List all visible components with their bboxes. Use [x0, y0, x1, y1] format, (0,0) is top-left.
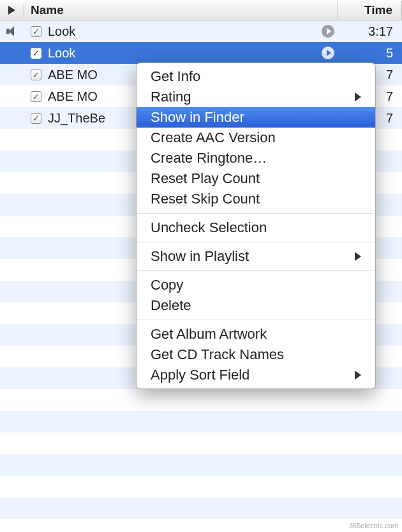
column-header-name[interactable]: Name: [24, 1, 338, 20]
cell-play: [0, 26, 24, 36]
cell-name: ✓Look: [24, 24, 338, 39]
menu-item[interactable]: Delete: [137, 295, 375, 316]
menu-item-label: Show in Playlist: [151, 248, 249, 265]
menu-item-label: Get Info: [151, 68, 200, 85]
menu-item-label: Uncheck Selection: [151, 219, 267, 236]
table-row: [0, 389, 402, 411]
menu-item-label: Reset Play Count: [151, 170, 260, 187]
menu-item[interactable]: Show in Playlist: [137, 246, 375, 267]
menu-item[interactable]: Rating: [137, 87, 375, 107]
menu-item-label: Reset Skip Count: [151, 191, 260, 207]
table-row[interactable]: ✓Look3:17: [0, 20, 402, 42]
menu-item-label: Show in Finder: [151, 109, 244, 126]
track-checkbox[interactable]: ✓: [31, 91, 41, 102]
menu-item[interactable]: Uncheck Selection: [137, 218, 375, 238]
menu-item[interactable]: Show in Finder: [137, 107, 375, 128]
track-name-label: JJ_TheBe: [48, 111, 105, 126]
cell-name: ✓Look: [24, 46, 338, 61]
menu-item[interactable]: Create Ringtone…: [137, 148, 375, 168]
menu-item-label: Get Album Artwork: [151, 326, 267, 343]
table-row: [0, 454, 402, 476]
arrow-circle-icon[interactable]: [322, 25, 334, 38]
menu-item[interactable]: Reset Play Count: [137, 168, 375, 189]
cell-time: 5: [338, 46, 402, 61]
table-row: [0, 498, 402, 519]
menu-separator: [137, 270, 375, 271]
chevron-right-icon: [355, 371, 361, 380]
menu-item[interactable]: Create AAC Version: [137, 128, 375, 148]
track-name-label: ABE MO: [48, 68, 98, 82]
watermark: 365electric.com: [349, 522, 398, 529]
play-triangle-icon: [8, 6, 15, 15]
track-name-label: ABE MO: [48, 89, 98, 104]
menu-item[interactable]: Get Album Artwork: [137, 324, 375, 344]
menu-separator: [137, 242, 375, 242]
track-checkbox[interactable]: ✓: [31, 70, 41, 80]
menu-item-label: Copy: [151, 277, 183, 293]
menu-item[interactable]: Apply Sort Field: [137, 365, 375, 385]
arrow-circle-icon[interactable]: [322, 47, 334, 59]
track-checkbox[interactable]: ✓: [31, 26, 41, 37]
track-checkbox[interactable]: ✓: [31, 48, 41, 59]
menu-item[interactable]: Get Info: [137, 66, 375, 87]
menu-item[interactable]: Copy: [137, 275, 375, 295]
chevron-right-icon: [355, 252, 361, 261]
menu-separator: [137, 213, 375, 214]
table-row: [0, 476, 402, 498]
menu-item-label: Get CD Track Names: [151, 346, 284, 363]
table-row: [0, 411, 402, 432]
table-row[interactable]: ✓Look5: [0, 42, 402, 64]
cell-time: 3:17: [338, 24, 402, 39]
speaker-icon: [6, 26, 18, 36]
column-header-time[interactable]: Time: [338, 1, 402, 20]
track-checkbox[interactable]: ✓: [31, 113, 41, 124]
menu-item-label: Create Ringtone…: [151, 150, 267, 166]
menu-item-label: Apply Sort Field: [151, 367, 249, 383]
menu-separator: [137, 320, 375, 320]
context-menu: Get InfoRatingShow in FinderCreate AAC V…: [136, 63, 376, 389]
menu-item-label: Delete: [151, 297, 191, 314]
table-header: Name Time: [0, 0, 402, 20]
table-row: [0, 432, 402, 454]
column-header-play[interactable]: [0, 3, 24, 17]
menu-item-label: Create AAC Version: [151, 129, 276, 146]
menu-item-label: Rating: [151, 89, 191, 105]
menu-item[interactable]: Reset Skip Count: [137, 189, 375, 209]
chevron-right-icon: [355, 92, 361, 101]
menu-item[interactable]: Get CD Track Names: [137, 344, 375, 365]
track-name-label: Look: [48, 46, 75, 61]
track-name-label: Look: [48, 24, 75, 39]
